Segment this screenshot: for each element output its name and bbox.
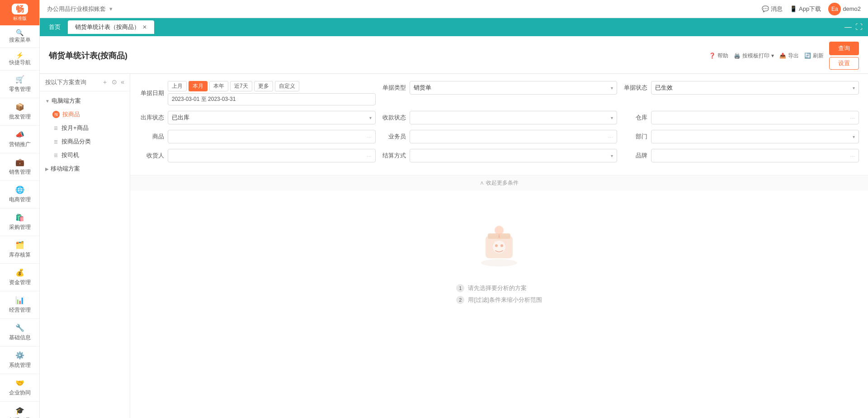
tree-child-by-category[interactable]: ☰ 按商品分类	[40, 135, 130, 148]
empty-illustration	[472, 218, 526, 280]
empty-tip-1: 1 请先选择要分析的方案	[456, 284, 542, 292]
tree-parent-mobile-label: 移动端方案	[51, 165, 80, 173]
sidebar-item-purchase[interactable]: 🛍️ 采购管理	[0, 209, 39, 236]
tab-expand-icon[interactable]: ⛶	[855, 23, 863, 31]
svg-point-0	[481, 259, 517, 266]
user-area[interactable]: Ea demo2	[828, 3, 861, 15]
date-btn-this-month[interactable]: 本月	[189, 81, 208, 91]
tree-parent-label: 电脑端方案	[52, 97, 81, 105]
salesperson-control[interactable]: ···	[410, 130, 618, 143]
phone-icon: 📱	[790, 5, 797, 12]
doc-type-dropdown-icon: ▾	[611, 86, 613, 90]
query-button[interactable]: 查询	[829, 42, 859, 55]
date-btn-custom[interactable]: 自定义	[275, 81, 299, 91]
sidebar-item-search[interactable]: 🔍 搜索菜单	[0, 25, 39, 48]
sidebar-item-wholesale[interactable]: 📦 批发管理	[0, 98, 39, 126]
sidebar-item-finance[interactable]: 💰 资金管理	[0, 264, 39, 291]
active-scheme-icon: 按	[52, 111, 60, 118]
date-btn-more[interactable]: 更多	[254, 81, 273, 91]
page-header: 销货单统计表(按商品) ❓ 帮助 🖨️ 按模板打印 ▾ 📤	[40, 36, 868, 74]
sidebar-item-operations[interactable]: 📊 经营管理	[0, 291, 39, 319]
app-download-btn[interactable]: 📱 App下载	[790, 5, 821, 13]
panel-icons: ＋ ⊙ «	[102, 78, 124, 86]
out-status-control[interactable]: 已出库 ▾	[168, 111, 376, 124]
message-btn[interactable]: 💬 消息	[762, 5, 783, 13]
filter-row-3: 商品 ··· 业务员 ···	[139, 130, 859, 143]
tree-child-by-month-product[interactable]: ☰ 按月+商品	[40, 121, 130, 135]
date-btn-last-month[interactable]: 上月	[168, 81, 187, 91]
doc-status-control[interactable]: 已生效 ▾	[651, 81, 859, 95]
filter-brand: 品牌 ···	[623, 149, 859, 162]
tab-report[interactable]: 销货单统计表（按商品） ✕	[68, 20, 154, 34]
message-label: 消息	[771, 5, 783, 13]
home-label: 首页	[49, 23, 61, 31]
sidebar-item-retail[interactable]: 🛒 零售管理	[0, 71, 39, 98]
print-btn[interactable]: 🖨️ 按模板打印 ▾	[734, 52, 774, 60]
refresh-icon: 🔄	[804, 52, 811, 59]
top-header: 办公用品行业模拟账套 ▾ 💬 消息 📱 App下载 Ea demo2	[40, 0, 868, 18]
dept-dropdown-icon: ▾	[853, 134, 855, 139]
print-dropdown-icon: ▾	[771, 52, 774, 59]
filter-dept: 部门 ▾	[623, 130, 859, 143]
tab-close-icon[interactable]: ✕	[142, 24, 147, 30]
date-range-display[interactable]: 2023-03-01 至 2023-03-31	[168, 93, 376, 105]
refresh-label: 刷新	[813, 52, 824, 60]
settings-scheme-icon[interactable]: ⊙	[112, 78, 117, 86]
main-area: 办公用品行业模拟账套 ▾ 💬 消息 📱 App下载 Ea demo2 首页	[40, 0, 868, 418]
tree-child-label-1: 按商品	[62, 110, 80, 119]
sidebar-item-inventory[interactable]: 🗂️ 库存核算	[0, 236, 39, 264]
doc-type-control[interactable]: 销货单 ▾	[410, 81, 618, 95]
content-body: 按以下方案查询 ＋ ⊙ « ▼ 电脑端方案 按 按商品	[40, 74, 868, 418]
sidebar-item-quick[interactable]: ⚡ 快捷导航	[0, 48, 39, 71]
filter-row-4: 收货人 ··· 结算方式 ▾	[139, 149, 859, 162]
date-range-text: 2023-03-01 至 2023-03-31	[172, 95, 236, 103]
sidebar-item-sales[interactable]: 💼 销售管理	[0, 153, 39, 181]
filter-product: 商品 ···	[139, 130, 376, 143]
date-btn-this-year[interactable]: 本年	[209, 81, 228, 91]
brand-control[interactable]: ···	[651, 149, 859, 162]
chevron-down-icon: ▾	[109, 5, 113, 12]
filter-warehouse: 仓库 ···	[623, 111, 859, 124]
tab-minimize-icon[interactable]: —	[844, 23, 852, 31]
refresh-btn[interactable]: 🔄 刷新	[804, 52, 824, 60]
collapse-panel-icon[interactable]: «	[121, 78, 124, 86]
sidebar-item-ecommerce[interactable]: 🌐 电商管理	[0, 181, 39, 209]
payment-status-control[interactable]: ▾	[410, 111, 618, 124]
sidebar-item-marketing[interactable]: 📣 营销推广	[0, 126, 39, 153]
sidebar-item-basic[interactable]: 🔧 基础信息	[0, 319, 39, 347]
out-status-dropdown-icon: ▾	[369, 115, 372, 120]
filter-salesperson: 业务员 ···	[381, 130, 618, 143]
page-content: 销货单统计表(按商品) ❓ 帮助 🖨️ 按模板打印 ▾ 📤	[40, 36, 868, 418]
date-btn-7days[interactable]: 近7天	[230, 81, 252, 91]
export-btn[interactable]: 📤 导出	[779, 52, 799, 60]
dept-control[interactable]: ▾	[651, 130, 859, 143]
settlement-control[interactable]: ▾	[410, 149, 618, 162]
payment-status-label: 收款状态	[381, 114, 406, 122]
product-control[interactable]: ···	[168, 130, 376, 143]
sidebar-item-enterprise[interactable]: 🤝 企业协同	[0, 374, 39, 402]
tabs-bar: 首页 销货单统计表（按商品） ✕ — ⛶	[40, 18, 868, 36]
consignee-label: 收货人	[139, 152, 164, 160]
settings-button[interactable]: 设置	[829, 57, 859, 70]
warehouse-control[interactable]: ···	[651, 111, 859, 124]
tab-home[interactable]: 首页	[42, 20, 68, 34]
help-btn[interactable]: ❓ 帮助	[709, 52, 728, 60]
settlement-label: 结算方式	[381, 152, 406, 160]
svg-point-6	[495, 226, 504, 235]
collapse-bar[interactable]: ∧ 收起更多条件	[130, 175, 868, 190]
doc-status-value: 已生效	[655, 84, 851, 92]
tree-parent-mobile[interactable]: ▶ 移动端方案	[40, 162, 130, 176]
date-label: 单据日期	[139, 89, 164, 97]
breadcrumb: 办公用品行业模拟账套 ▾	[47, 5, 113, 13]
consignee-control[interactable]: ···	[168, 149, 376, 162]
empty-state: 1 请先选择要分析的方案 2 用[过滤]条件来缩小分析范围	[130, 190, 868, 331]
add-scheme-icon[interactable]: ＋	[102, 78, 108, 86]
tree-parent-pc[interactable]: ▼ 电脑端方案	[40, 94, 130, 108]
logo-icon: 畅	[12, 4, 28, 14]
tree-child-by-product[interactable]: 按 按商品	[40, 108, 130, 121]
tree-child-by-driver[interactable]: ☰ 按司机	[40, 148, 130, 162]
brand-dots-icon: ···	[850, 152, 855, 159]
sidebar-item-tutorial[interactable]: 🎓 新手引导	[0, 402, 39, 418]
warehouse-label: 仓库	[623, 114, 647, 122]
sidebar-item-system[interactable]: ⚙️ 系统管理	[0, 347, 39, 374]
